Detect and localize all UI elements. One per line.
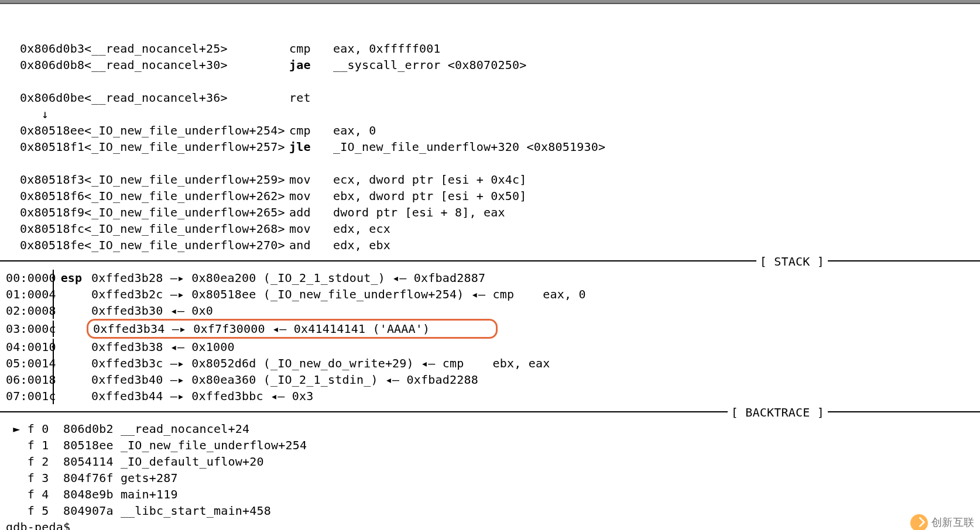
stack-register: esp xyxy=(54,270,89,286)
disasm-mnemonic: jae xyxy=(289,57,333,73)
backtrace-marker: f 2 xyxy=(6,455,63,469)
stack-content: 0xffed3b2c —▸ 0x80518ee (_IO_new_file_un… xyxy=(89,286,974,302)
stack-content: 0xffed3b38 ◂— 0x1000 xyxy=(89,339,974,355)
stack-offset: 03:000c xyxy=(6,321,54,337)
disasm-operands: eax, 0xfffff001 xyxy=(333,40,441,57)
disasm-mnemonic: and xyxy=(289,237,333,253)
disasm-mnemonic: cmp xyxy=(289,122,333,139)
stack-section-header: [ STACK ] xyxy=(0,253,980,270)
disasm-address: 0x806d0b3 xyxy=(20,40,84,57)
stack-row: 01:00040xffed3b2c —▸ 0x80518ee (_IO_new_… xyxy=(6,286,974,302)
disasm-mnemonic: mov xyxy=(289,188,333,204)
disasm-line: ↓ xyxy=(6,106,974,122)
backtrace-symbol: gets+287 xyxy=(121,471,178,485)
backtrace-symbol: __read_nocancel+24 xyxy=(121,422,249,436)
disasm-symbol: <_IO_new_file_underflow+257> xyxy=(84,139,289,155)
disasm-mnemonic: mov xyxy=(289,171,333,188)
disasm-line: 0x80518fe<_IO_new_file_underflow+270>and… xyxy=(6,237,974,253)
watermark-text: 创新互联 xyxy=(931,515,974,530)
backtrace-frame: f 3 804f76f gets+287 xyxy=(6,470,974,486)
disasm-symbol: <__read_nocancel+30> xyxy=(84,57,289,73)
stack-offset: 06:0018 xyxy=(6,371,54,388)
backtrace-address: 80518ee xyxy=(63,438,121,452)
backtrace-frame: ► f 0 806d0b2 __read_nocancel+24 xyxy=(6,421,974,437)
backtrace-frame: f 4 8048e9b main+119 xyxy=(6,486,974,503)
disasm-address: 0x80518f1 xyxy=(20,139,84,155)
disasm-address: 0x806d0be xyxy=(20,90,84,106)
disasm-operands: eax, 0 xyxy=(333,122,376,139)
disasm-mnemonic: jle xyxy=(289,139,333,155)
backtrace-marker: f 4 xyxy=(6,487,63,501)
backtrace-symbol: _IO_new_file_underflow+254 xyxy=(121,438,307,452)
stack-offset: 05:0014 xyxy=(6,355,54,371)
disasm-address: 0x80518ee xyxy=(20,122,84,139)
backtrace-symbol: main+119 xyxy=(121,487,178,501)
stack-content: 0xffed3b34 —▸ 0xf7f30000 ◂— 0x41414141 (… xyxy=(89,319,974,339)
disasm-address: ↓ xyxy=(20,106,84,122)
stack-content: 0xffed3b44 —▸ 0xffed3bbc ◂— 0x3 xyxy=(89,388,974,404)
disasm-symbol: <_IO_new_file_underflow+259> xyxy=(84,171,289,188)
backtrace-symbol: _IO_default_uflow+20 xyxy=(121,455,264,469)
backtrace-marker: f 5 xyxy=(6,504,63,518)
disasm-line: 0x806d0b3<__read_nocancel+25>cmpeax, 0xf… xyxy=(6,40,974,57)
disasm-mnemonic: mov xyxy=(289,221,333,237)
prompt-text: gdb-peda$ xyxy=(6,520,77,530)
backtrace-frame: f 2 8054114 _IO_default_uflow+20 xyxy=(6,453,974,470)
disasm-symbol: <_IO_new_file_underflow+262> xyxy=(84,188,289,204)
stack-section-label: [ STACK ] xyxy=(756,253,828,270)
stack-content: 0xffed3b40 —▸ 0x80ea360 (_IO_2_1_stdin_)… xyxy=(89,371,974,388)
disasm-mnemonic: ret xyxy=(289,90,333,106)
disasm-address: 0x80518f9 xyxy=(20,204,84,221)
disasm-mnemonic: add xyxy=(289,204,333,221)
stack-content: 0xffed3b3c —▸ 0x8052d6d (_IO_new_do_writ… xyxy=(89,355,974,371)
stack-row: 02:00080xffed3b30 ◂— 0x0 xyxy=(6,302,974,319)
backtrace-address: 806d0b2 xyxy=(63,422,121,436)
stack-content: 0xffed3b28 —▸ 0x80ea200 (_IO_2_1_stdout_… xyxy=(89,270,974,286)
disasm-symbol: <_IO_new_file_underflow+270> xyxy=(84,237,289,253)
backtrace-frame: f 1 80518ee _IO_new_file_underflow+254 xyxy=(6,437,974,453)
disasm-mnemonic: cmp xyxy=(289,40,333,57)
backtrace-symbol: __libc_start_main+458 xyxy=(121,504,271,518)
stack-row: 07:001c0xffed3b44 —▸ 0xffed3bbc ◂— 0x3 xyxy=(6,388,974,404)
backtrace-address: 804f76f xyxy=(63,471,121,485)
disasm-line xyxy=(6,155,974,171)
stack-highlight-box: 0xffed3b34 —▸ 0xf7f30000 ◂— 0x41414141 (… xyxy=(87,319,498,339)
disasm-symbol: <_IO_new_file_underflow+254> xyxy=(84,122,289,139)
stack-row: 04:00100xffed3b38 ◂— 0x1000 xyxy=(6,339,974,355)
disasm-operands: __syscall_error <0x8070250> xyxy=(333,57,527,73)
disasm-address: 0x80518fe xyxy=(20,237,84,253)
stack-offset: 04:0010 xyxy=(6,339,54,355)
disasm-symbol: <__read_nocancel+25> xyxy=(84,40,289,57)
disasm-line xyxy=(6,73,974,90)
backtrace-address: 8054114 xyxy=(63,455,121,469)
disasm-line: 0x80518f6<_IO_new_file_underflow+262>mov… xyxy=(6,188,974,204)
backtrace-address: 804907a xyxy=(63,504,121,518)
disasm-operands: ecx, dword ptr [esi + 0x4c] xyxy=(333,171,527,188)
backtrace-marker: f 3 xyxy=(6,471,63,485)
disasm-symbol: <_IO_new_file_underflow+268> xyxy=(84,221,289,237)
disasm-operands: edx, ebx xyxy=(333,237,390,253)
disasm-address: 0x806d0b8 xyxy=(20,57,84,73)
disasm-symbol: <__read_nocancel+36> xyxy=(84,90,289,106)
backtrace-frame: f 5 804907a __libc_start_main+458 xyxy=(6,503,974,519)
stack-row: 05:00140xffed3b3c —▸ 0x8052d6d (_IO_new_… xyxy=(6,355,974,371)
disasm-operands: ebx, dword ptr [esi + 0x50] xyxy=(333,188,527,204)
window-separator xyxy=(0,0,980,4)
disassembly-panel: 0x806d0b3<__read_nocancel+25>cmpeax, 0xf… xyxy=(0,4,980,253)
stack-row: 03:000c0xffed3b34 —▸ 0xf7f30000 ◂— 0x414… xyxy=(6,319,974,339)
disasm-operands: dword ptr [esi + 8], eax xyxy=(333,204,505,221)
backtrace-marker: ► f 0 xyxy=(6,422,63,436)
stack-offset: 00:0000 xyxy=(6,270,54,286)
disasm-line: 0x80518ee<_IO_new_file_underflow+254>cmp… xyxy=(6,122,974,139)
stack-panel: 00:0000esp0xffed3b28 —▸ 0x80ea200 (_IO_2… xyxy=(0,270,980,404)
backtrace-address: 8048e9b xyxy=(63,487,121,501)
stack-content: 0xffed3b30 ◂— 0x0 xyxy=(89,302,974,319)
disasm-address: 0x80518fc xyxy=(20,221,84,237)
gdb-prompt[interactable]: gdb-peda$ xyxy=(0,519,980,530)
backtrace-section-label: [ BACKTRACE ] xyxy=(728,404,828,421)
disasm-line: 0x80518fc<_IO_new_file_underflow+268>mov… xyxy=(6,221,974,237)
disasm-line: 0x80518f9<_IO_new_file_underflow+265>add… xyxy=(6,204,974,221)
disasm-line: 0x806d0b8<__read_nocancel+30>jae__syscal… xyxy=(6,57,974,73)
disasm-symbol: <_IO_new_file_underflow+265> xyxy=(84,204,289,221)
disasm-operands: edx, ecx xyxy=(333,221,390,237)
